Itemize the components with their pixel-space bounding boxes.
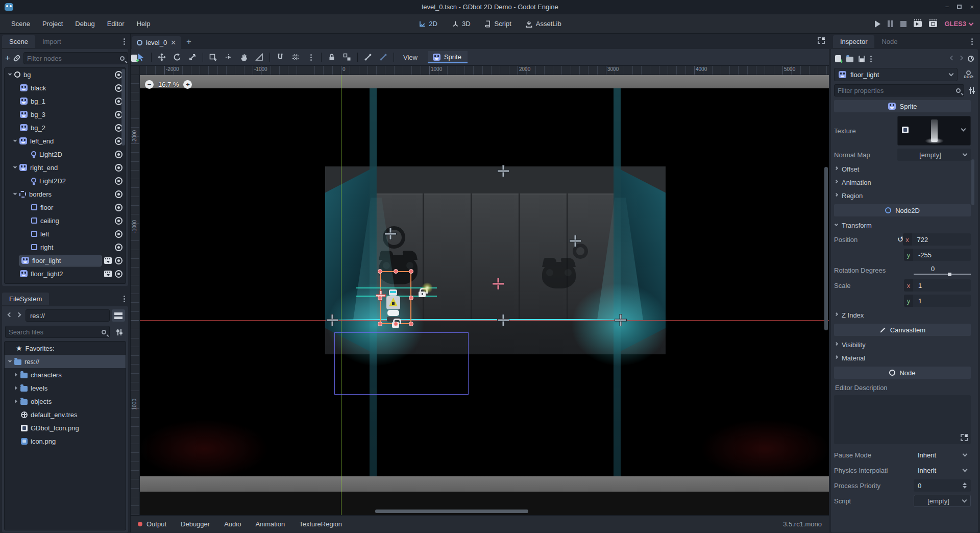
stop-button[interactable]	[900, 21, 906, 27]
maximize-button[interactable]	[957, 5, 962, 9]
collapse-icon[interactable]	[8, 72, 12, 76]
skeleton-options-button[interactable]	[361, 51, 375, 64]
tab-debugger[interactable]: Debugger	[181, 520, 210, 528]
group-animation[interactable]: Animation	[834, 176, 971, 189]
selection-handle[interactable]	[378, 269, 382, 274]
fs-objects[interactable]: objects	[5, 395, 126, 408]
visibility-eye-icon[interactable]	[115, 164, 122, 172]
fs-forward-icon[interactable]	[16, 312, 21, 318]
tree-node-borders[interactable]: borders	[5, 187, 126, 201]
gdbot-sprite[interactable]	[385, 289, 402, 323]
tab-filesystem[interactable]: FileSystem	[2, 293, 49, 305]
play-custom-scene-button[interactable]	[929, 21, 937, 27]
tree-node-ceiling[interactable]: ceiling	[5, 214, 126, 227]
inspector-scrollbar[interactable]	[971, 159, 974, 205]
visibility-eye-icon[interactable]	[115, 270, 122, 278]
pivot-tool-button[interactable]	[222, 51, 236, 64]
history-back-icon[interactable]	[950, 56, 955, 61]
group-offset[interactable]: Offset	[834, 162, 971, 176]
section-node2d[interactable]: Node2D	[834, 204, 971, 216]
tab-inspector[interactable]: Inspector	[833, 35, 874, 48]
tab-animation[interactable]: Animation	[255, 520, 285, 528]
fs-display-mode-button[interactable]	[112, 309, 125, 322]
workspace-3d-button[interactable]: 3D	[447, 17, 476, 30]
history-forward-icon[interactable]	[959, 56, 964, 61]
tree-node-floor_light2[interactable]: floor_light2	[5, 267, 126, 280]
dock-menu-icon[interactable]	[120, 296, 128, 302]
fs-favorites[interactable]: ★ Favorites:	[5, 342, 126, 355]
section-canvasitem[interactable]: CanvasItem	[834, 324, 971, 336]
filter-nodes-input[interactable]	[27, 55, 117, 62]
tree-node-bg_2[interactable]: bg_2	[5, 121, 126, 134]
rotate-tool-button[interactable]	[170, 51, 184, 64]
node-gizmo[interactable]	[385, 228, 396, 239]
collapse-icon[interactable]	[13, 138, 17, 142]
film-icon[interactable]	[104, 271, 112, 277]
fs-sort-button[interactable]	[113, 326, 125, 337]
expand-description-icon[interactable]	[961, 434, 968, 441]
fs-characters[interactable]: characters	[5, 368, 126, 381]
selection-handle[interactable]	[394, 322, 398, 326]
visibility-eye-icon[interactable]	[115, 151, 122, 158]
list-select-tool-button[interactable]	[206, 51, 220, 64]
position-y-field[interactable]: y -255	[908, 249, 971, 261]
sprite-menu-button[interactable]: Sprite	[428, 51, 468, 63]
scene-tab-level_0[interactable]: level_0 ✕	[132, 36, 181, 49]
scale-tool-button[interactable]	[185, 51, 200, 64]
workspace-assetlib-button[interactable]: AssetLib	[521, 17, 567, 30]
group-z-index[interactable]: Z Index	[834, 308, 971, 322]
visibility-eye-icon[interactable]	[115, 190, 122, 198]
viewport-vscrollbar[interactable]	[824, 167, 828, 330]
instance-scene-button[interactable]	[13, 53, 20, 64]
search-files-box[interactable]	[5, 326, 110, 338]
scene-tree-scrollbar[interactable]	[121, 69, 125, 146]
menu-scene[interactable]: Scene	[5, 17, 36, 31]
play-scene-button[interactable]	[914, 21, 922, 27]
filter-properties-input[interactable]	[838, 87, 953, 94]
tab-textureregion[interactable]: TextureRegion	[299, 520, 342, 528]
visibility-eye-icon[interactable]	[115, 217, 122, 225]
search-files-input[interactable]	[9, 328, 99, 336]
selection-handle[interactable]	[378, 296, 382, 300]
tree-node-light2d[interactable]: Light2D	[5, 148, 126, 161]
tree-node-bg[interactable]: bg	[5, 68, 126, 81]
collapse-icon[interactable]	[13, 191, 17, 195]
dock-menu-icon[interactable]	[120, 38, 128, 45]
workspace-2d-button[interactable]: 2D	[413, 17, 443, 30]
zoom-out-button[interactable]: −	[145, 80, 154, 89]
distraction-free-icon[interactable]	[818, 37, 825, 44]
filter-nodes-box[interactable]	[23, 52, 128, 64]
tab-node[interactable]: Node	[874, 35, 904, 48]
new-scene-tab-button[interactable]: +	[181, 35, 197, 49]
visibility-eye-icon[interactable]	[115, 177, 122, 185]
zoom-in-button[interactable]: +	[183, 80, 192, 89]
editor-description-field[interactable]	[834, 395, 971, 444]
slider-knob[interactable]	[948, 273, 951, 276]
section-sprite[interactable]: Sprite	[834, 100, 971, 112]
snap-options-menu[interactable]	[304, 51, 318, 64]
position-x-field[interactable]: x 722	[907, 233, 971, 246]
group-visibility[interactable]: Visibility	[834, 338, 971, 351]
process-priority-field[interactable]: 0	[914, 479, 971, 492]
node-gizmo-pink[interactable]	[493, 278, 504, 289]
texture-preview[interactable]	[897, 116, 971, 146]
selection-handle[interactable]	[409, 269, 413, 274]
open-docs-button[interactable]: DOC	[962, 70, 975, 79]
expand-icon[interactable]	[15, 399, 17, 403]
viewport-hscrollbar[interactable]	[375, 510, 528, 513]
renderer-dropdown[interactable]: GLES3	[944, 20, 973, 28]
tree-node-bg_1[interactable]: bg_1	[5, 94, 126, 108]
group-object-button[interactable]	[340, 51, 354, 64]
tree-node-floor_light[interactable]: floor_light	[5, 254, 126, 267]
node-gizmo[interactable]	[615, 314, 626, 326]
fs-levels[interactable]: levels	[5, 381, 126, 395]
spinner-icon[interactable]	[963, 482, 967, 489]
menu-help[interactable]: Help	[131, 17, 157, 31]
tree-node-light2d2[interactable]: Light2D2	[5, 174, 126, 187]
group-material[interactable]: Material	[834, 351, 971, 365]
tab-output[interactable]: Output	[138, 520, 166, 528]
resource-options-menu[interactable]	[870, 56, 872, 62]
node-gizmo[interactable]	[498, 314, 509, 326]
normal-map-value[interactable]: [empty]	[897, 149, 971, 161]
dock-menu-icon[interactable]	[968, 38, 976, 45]
